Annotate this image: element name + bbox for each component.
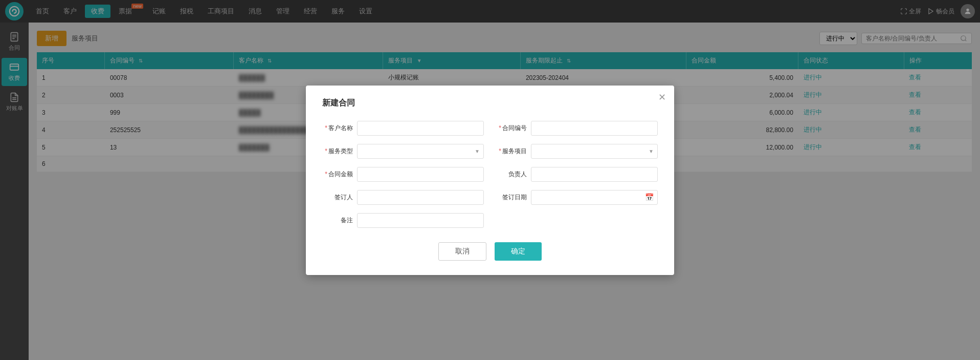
date-wrap: 2023-06-06 📅 (531, 190, 658, 205)
label-service-type: *服务类型 (322, 147, 353, 156)
label-signer: 签订人 (322, 193, 353, 202)
label-remark: 备注 (322, 216, 353, 225)
label-service-project: *服务项目 (496, 147, 527, 156)
select-service-type[interactable] (357, 144, 484, 159)
confirm-button[interactable]: 确定 (495, 242, 542, 261)
form-group-sign-date: 签订日期 2023-06-06 📅 (496, 190, 658, 205)
label-customer: *客户名称 (322, 124, 353, 133)
form-row-3: *合同金额 0.00 负责人 (322, 167, 658, 182)
modal-close-button[interactable]: ✕ (658, 93, 666, 102)
form-row-1: *客户名称 *合同编号 (322, 121, 658, 136)
input-code[interactable] (531, 121, 658, 136)
label-sign-date: 签订日期 (496, 193, 527, 202)
form-group-service-project: *服务项目 (496, 144, 658, 159)
form-row-2: *服务类型 *服务项目 (322, 144, 658, 159)
modal: ✕ 新建合同 *客户名称 *合同编号 *服务类型 (306, 86, 674, 275)
modal-footer: 取消 确定 (322, 242, 658, 261)
calendar-icon[interactable]: 📅 (645, 193, 654, 201)
form-group-remark: 备注 (322, 213, 484, 228)
form-group-customer: *客户名称 (322, 121, 484, 136)
form-row-4: 签订人 签订日期 2023-06-06 📅 (322, 190, 658, 205)
select-wrap-service-project (531, 144, 658, 159)
label-amount: *合同金额 (322, 170, 353, 179)
form-group-amount: *合同金额 0.00 (322, 167, 484, 182)
form-group-responsible: 负责人 (496, 167, 658, 182)
form-group-service-type: *服务类型 (322, 144, 484, 159)
input-remark[interactable] (357, 213, 484, 228)
select-wrap-service-type (357, 144, 484, 159)
form-row-5: 备注 (322, 213, 658, 228)
form-group-signer: 签订人 (322, 190, 484, 205)
input-responsible[interactable] (531, 167, 658, 182)
input-sign-date[interactable]: 2023-06-06 (531, 190, 658, 205)
input-amount[interactable]: 0.00 (357, 167, 484, 182)
input-customer[interactable] (357, 121, 484, 136)
input-signer[interactable] (357, 190, 484, 205)
cancel-button[interactable]: 取消 (438, 242, 486, 261)
modal-title: 新建合同 (322, 98, 658, 109)
form-group-code: *合同编号 (496, 121, 658, 136)
label-code: *合同编号 (496, 124, 527, 133)
label-responsible: 负责人 (496, 170, 527, 179)
modal-overlay: ✕ 新建合同 *客户名称 *合同编号 *服务类型 (0, 0, 980, 360)
select-service-project[interactable] (531, 144, 658, 159)
